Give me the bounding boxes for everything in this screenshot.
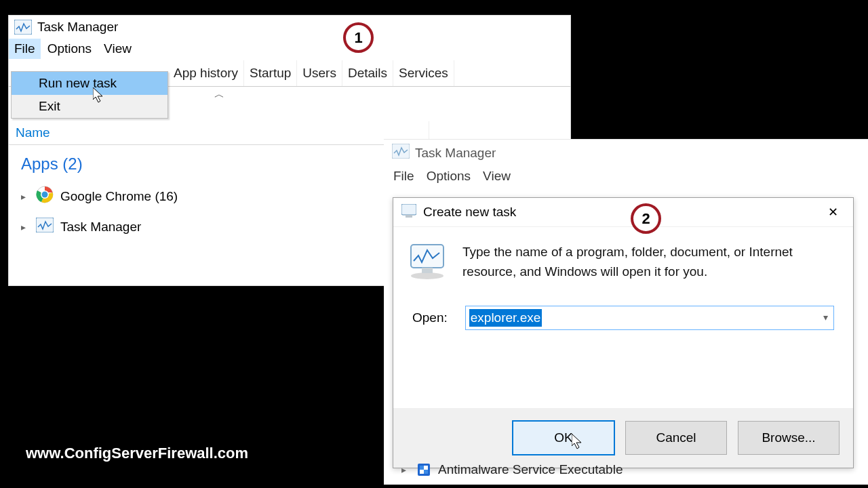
svg-rect-10	[411, 245, 443, 268]
dialog-footer: OK Cancel Browse...	[393, 408, 853, 468]
dialog-title-text: Create new task	[423, 205, 516, 220]
svg-rect-11	[422, 268, 433, 273]
process-name: Antimalware Service Executable	[438, 462, 623, 477]
menubar: File Options View	[9, 39, 570, 59]
browse-button[interactable]: Browse...	[738, 421, 840, 455]
menubar: File Options View	[384, 166, 868, 186]
close-button[interactable]: ✕	[821, 202, 845, 222]
svg-rect-8	[406, 215, 412, 218]
dialog-body: Type the name of a program, folder, docu…	[393, 227, 853, 306]
task-manager-window-2: Task Manager File Options View Create ne…	[384, 139, 868, 485]
watermark-text: www.ConfigServerFirewall.com	[26, 445, 248, 462]
svg-rect-14	[420, 466, 424, 470]
run-large-icon	[407, 242, 448, 283]
menu-file[interactable]: File	[9, 39, 41, 59]
ok-button[interactable]: OK	[513, 421, 614, 455]
tab-app-history[interactable]: App history	[168, 60, 244, 86]
process-row-antimalware[interactable]: ▸ Antimalware Service Executable	[401, 462, 623, 477]
process-name: Google Chrome (16)	[60, 189, 178, 204]
task-manager-icon	[392, 144, 410, 162]
annotation-badge-1: 1	[343, 22, 374, 53]
chevron-down-icon[interactable]: ▾	[823, 312, 828, 323]
tab-users[interactable]: Users	[297, 60, 342, 86]
menu-item-exit[interactable]: Exit	[12, 95, 167, 118]
svg-rect-0	[14, 20, 32, 35]
menu-file[interactable]: File	[388, 166, 420, 186]
expand-caret-icon[interactable]: ▸	[21, 191, 29, 202]
file-menu-dropdown: Run new task Exit	[11, 71, 168, 119]
titlebar: Task Manager	[384, 140, 868, 166]
column-header-name[interactable]: Name	[9, 121, 429, 144]
open-value: explorer.exe	[469, 309, 542, 327]
window-title: Task Manager	[37, 20, 118, 35]
svg-rect-15	[424, 470, 428, 474]
process-name: Task Manager	[60, 220, 141, 235]
svg-rect-6	[392, 144, 410, 159]
svg-rect-4	[36, 218, 54, 232]
open-label: Open:	[412, 310, 448, 325]
menu-view[interactable]: View	[98, 39, 137, 59]
run-dialog-icon	[401, 204, 416, 221]
dialog-instruction: Type the name of a program, folder, docu…	[462, 242, 834, 283]
menu-item-run-new-task[interactable]: Run new task	[12, 72, 167, 95]
menu-options[interactable]: Options	[42, 39, 97, 59]
svg-rect-7	[401, 204, 416, 215]
create-new-task-dialog: Create new task ✕ Type the name of a pro…	[393, 197, 854, 468]
menu-options[interactable]: Options	[421, 166, 476, 186]
tab-details[interactable]: Details	[342, 60, 393, 86]
expand-caret-icon[interactable]: ▸	[21, 222, 29, 232]
dialog-titlebar: Create new task ✕	[393, 198, 853, 227]
svg-point-3	[42, 192, 48, 198]
titlebar: Task Manager	[9, 16, 570, 39]
annotation-badge-2: 2	[631, 203, 661, 234]
shield-icon	[416, 462, 431, 477]
open-row: Open: explorer.exe ▾	[393, 306, 853, 330]
close-icon: ✕	[828, 205, 838, 219]
task-manager-icon	[36, 218, 54, 236]
expand-caret-icon[interactable]: ▸	[401, 464, 410, 475]
cancel-button[interactable]: Cancel	[625, 421, 727, 455]
window-title: Task Manager	[415, 146, 496, 161]
chrome-icon	[36, 186, 54, 207]
task-manager-icon	[14, 20, 32, 35]
svg-point-9	[411, 272, 443, 279]
tab-startup[interactable]: Startup	[244, 60, 297, 86]
menu-view[interactable]: View	[477, 166, 516, 186]
tab-services[interactable]: Services	[393, 60, 454, 86]
open-combobox[interactable]: explorer.exe ▾	[465, 306, 834, 330]
